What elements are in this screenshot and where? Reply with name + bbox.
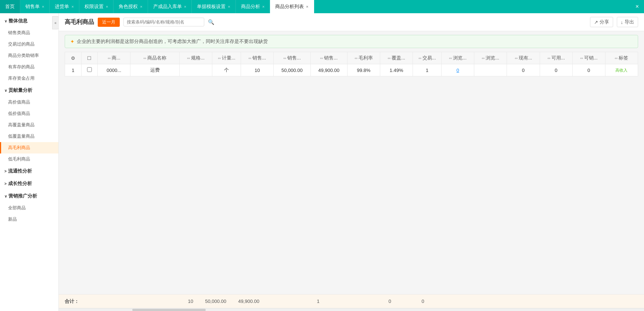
table-row[interactable]: 10000...运费个1050,000.0049,900.0099.8%1.49… <box>65 64 638 76</box>
col-resize-16[interactable]: ⇔ <box>580 56 583 60</box>
close-all-button[interactable]: × <box>630 0 644 13</box>
row-checkbox-0[interactable] <box>87 67 92 72</box>
browse-link-0[interactable]: 0 <box>457 68 459 73</box>
nav-close-8[interactable]: × <box>306 4 308 9</box>
cell-0-2: 0000... <box>98 64 130 76</box>
search-button[interactable]: 🔍 <box>208 19 214 25</box>
sidebar-group-header-1[interactable]: ∨贡献量分析 <box>0 84 58 97</box>
horizontal-scrollbar[interactable] <box>59 308 644 311</box>
tag-label-0: 高收入 <box>615 68 627 72</box>
col-header-13[interactable]: ⇔浏览... <box>474 52 507 64</box>
sidebar-group-arrow-3: > <box>4 182 7 186</box>
col-header-6[interactable]: ⇔销售... <box>241 52 274 64</box>
col-resize-11[interactable]: ⇔ <box>418 56 421 60</box>
nav-item-1[interactable]: 销售单× <box>20 0 50 13</box>
sidebar-item-1-3[interactable]: 低覆盖量商品 <box>0 131 58 142</box>
col-header-15[interactable]: ⇔可用... <box>540 52 572 64</box>
search-input[interactable] <box>123 18 204 26</box>
nav-close-1[interactable]: × <box>42 4 44 9</box>
sidebar-item-1-2[interactable]: 高覆盖量商品 <box>0 119 58 131</box>
col-header-12[interactable]: ⇔浏览... <box>442 52 474 64</box>
cell-0-1[interactable] <box>81 64 98 76</box>
col-resize-12[interactable]: ⇔ <box>449 56 452 60</box>
sidebar-group-label-3: 成长性分析 <box>8 180 32 187</box>
sidebar-item-4-1[interactable]: 新品 <box>0 214 58 225</box>
col-header-2[interactable]: ⇔商... <box>98 52 130 64</box>
sidebar-item-0-0[interactable]: 销售类商品 <box>0 27 58 39</box>
sidebar-item-0-1[interactable]: 交易过的商品 <box>0 39 58 50</box>
col-resize-15[interactable]: ⇔ <box>547 56 550 60</box>
sidebar-item-0-2[interactable]: 商品分类助销率 <box>0 50 58 61</box>
col-header-5[interactable]: ⇔计量... <box>212 52 241 64</box>
page-title: 高毛利商品 <box>65 18 94 26</box>
col-resize-4[interactable]: ⇔ <box>187 56 190 60</box>
sidebar-group-arrow-2: > <box>4 169 7 173</box>
col-header-0[interactable]: ⚙ <box>65 52 82 64</box>
col-resize-8[interactable]: ⇔ <box>320 56 323 60</box>
sidebar-group-header-2[interactable]: >流通性分析 <box>0 165 58 177</box>
sidebar-item-1-4[interactable]: 高毛利商品 <box>0 142 58 153</box>
col-resize-6[interactable]: ⇔ <box>248 56 251 60</box>
nav-item-5[interactable]: 产成品入库单× <box>148 0 192 13</box>
col-header-4[interactable]: ⇔规格... <box>179 52 212 64</box>
col-label-16: 可销... <box>584 55 598 61</box>
col-header-11[interactable]: ⇔交易... <box>413 52 442 64</box>
nav-close-7[interactable]: × <box>262 4 265 9</box>
col-resize-10[interactable]: ⇔ <box>388 56 391 60</box>
cell-0-10: 1.49% <box>380 64 413 76</box>
col-resize-17[interactable]: ⇔ <box>615 56 618 60</box>
sidebar-item-0-4[interactable]: 库存资金占用 <box>0 73 58 84</box>
cell-0-12: 0 <box>442 64 474 76</box>
col-header-8[interactable]: ⇔销售... <box>310 52 347 64</box>
table-wrapper[interactable]: ⚙☐⇔商...⇔商品名称⇔规格...⇔计量...⇔销售...⇔销售...⇔销售.… <box>59 52 644 294</box>
nav-close-2[interactable]: × <box>71 4 73 9</box>
col-header-1[interactable]: ☐ <box>81 52 98 64</box>
sidebar-item-1-1[interactable]: 低价值商品 <box>0 108 58 119</box>
sidebar-group-header-4[interactable]: ∨营销推广分析 <box>0 190 58 202</box>
col-header-3[interactable]: ⇔商品名称 <box>130 52 180 64</box>
sidebar-item-1-5[interactable]: 低毛利商品 <box>0 153 58 165</box>
nav-item-8[interactable]: 商品分析列表× <box>270 0 314 13</box>
col-resize-14[interactable]: ⇔ <box>515 56 518 60</box>
sidebar-group-header-3[interactable]: >成长性分析 <box>0 177 58 190</box>
col-header-16[interactable]: ⇔可销... <box>572 52 605 64</box>
sidebar: « ∨整体信息销售类商品交易过的商品商品分类助销率有库存的商品库存资金占用∨贡献… <box>0 13 59 311</box>
sidebar-group-label-1: 贡献量分析 <box>8 87 32 94</box>
nav-item-7[interactable]: 商品分析× <box>236 0 270 13</box>
nav-close-5[interactable]: × <box>184 4 186 9</box>
col-header-14[interactable]: ⇔现有... <box>507 52 540 64</box>
nav-close-3[interactable]: × <box>106 4 108 9</box>
sidebar-item-1-0[interactable]: 高价值商品 <box>0 97 58 108</box>
cell-0-8: 49,900.00 <box>310 64 347 76</box>
nav-item-0[interactable]: 首页 <box>0 0 20 13</box>
sidebar-group-header-0[interactable]: ∨整体信息 <box>0 15 58 27</box>
sidebar-group-label-0: 整体信息 <box>8 18 28 24</box>
sidebar-item-0-3[interactable]: 有库存的商品 <box>0 61 58 73</box>
col-resize-2[interactable]: ⇔ <box>108 56 111 60</box>
nav-item-2[interactable]: 进货单× <box>50 0 79 13</box>
nav-close-6[interactable]: × <box>228 4 230 9</box>
nav-item-3[interactable]: 权限设置× <box>79 0 114 13</box>
scrollbar-thumb[interactable] <box>132 309 206 311</box>
col-resize-13[interactable]: ⇔ <box>482 56 485 60</box>
sidebar-item-4-0[interactable]: 全部商品 <box>0 202 58 214</box>
col-header-7[interactable]: ⇔销售... <box>274 52 310 64</box>
col-header-17[interactable]: ⇔标签 <box>605 52 638 64</box>
share-button[interactable]: ↗ 分享 <box>590 17 613 27</box>
export-icon: ↓ <box>621 19 623 25</box>
nav-item-6[interactable]: 单据模板设置× <box>192 0 235 13</box>
col-label-13: 浏览... <box>486 55 499 61</box>
col-resize-3[interactable]: ⇔ <box>143 56 146 60</box>
cell-0-3: 运费 <box>130 64 180 76</box>
cell-0-7: 50,000.00 <box>274 64 310 76</box>
col-header-10[interactable]: ⇔覆盖... <box>380 52 413 64</box>
col-resize-5[interactable]: ⇔ <box>218 56 221 60</box>
nav-close-4[interactable]: × <box>140 4 142 9</box>
sidebar-collapse-button[interactable]: « <box>52 16 59 29</box>
col-header-9[interactable]: ⇔毛利率 <box>347 52 380 64</box>
export-button[interactable]: ↓ 导出 <box>617 17 638 27</box>
nav-item-4[interactable]: 角色授权× <box>114 0 148 13</box>
col-resize-9[interactable]: ⇔ <box>355 56 357 60</box>
col-resize-7[interactable]: ⇔ <box>283 56 286 60</box>
filter-month-button[interactable]: 近一月 <box>98 18 120 27</box>
